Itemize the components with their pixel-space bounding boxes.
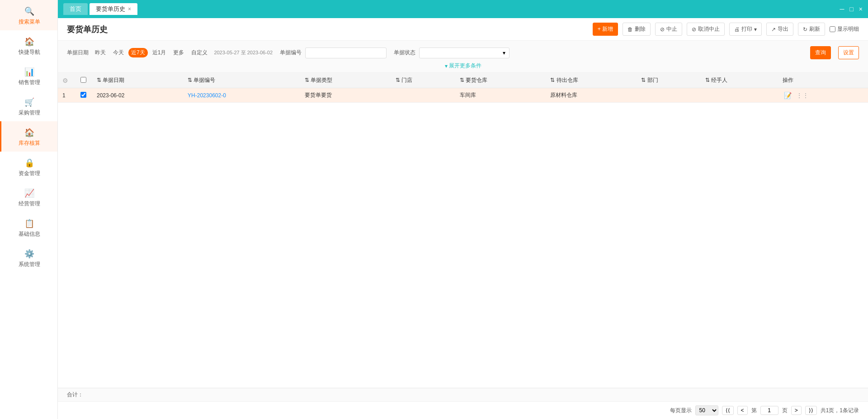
display-detail-toggle[interactable]: 显示明细: [830, 25, 859, 33]
purchase-icon: 🛒: [24, 97, 34, 107]
toolbar: + 新增 🗑 删除 ⊘ 中止 ⊘ 取消中止 🖨 打印 ▾: [593, 23, 859, 36]
tab-home[interactable]: 首页: [63, 3, 88, 15]
refresh-button[interactable]: ↻ 刷新: [798, 23, 825, 36]
row-checkbox[interactable]: [76, 88, 92, 103]
sidebar-item-label: 库存核算: [19, 139, 40, 147]
col-store: ⇅ 门店: [391, 73, 455, 88]
print-dropdown-icon: ▾: [754, 26, 757, 33]
date-btn-1month[interactable]: 近1月: [150, 48, 169, 57]
delete-button[interactable]: 🗑 删除: [623, 23, 651, 36]
sales-icon: 📊: [24, 67, 34, 77]
sidebar-item-quick-nav[interactable]: 🏠 快捷导航: [0, 30, 57, 61]
status-label: 单据状态: [394, 49, 415, 57]
sidebar-item-sales[interactable]: 📊 销售管理: [0, 61, 57, 91]
tab-active[interactable]: 要货单历史 ×: [90, 3, 137, 15]
cancel-suspend-icon: ⊘: [692, 26, 696, 33]
col-pending-warehouse-label: ⇅ 待出仓库: [550, 77, 578, 83]
expand-more-icon: ▾: [445, 63, 448, 69]
page-size-label: 每页显示: [670, 407, 692, 414]
sidebar-item-label: 搜索菜单: [19, 18, 40, 26]
next-page-button[interactable]: >: [791, 406, 802, 415]
status-select[interactable]: ▾: [419, 48, 509, 58]
cancel-suspend-button[interactable]: ⊘ 取消中止: [687, 23, 725, 36]
date-btn-custom[interactable]: 自定义: [189, 48, 210, 57]
sidebar-item-operation[interactable]: 📈 经营管理: [0, 182, 57, 212]
col-bill-type-label: ⇅ 单据类型: [305, 77, 332, 83]
col-department: ⇅ 部门: [637, 73, 701, 88]
sidebar-item-system[interactable]: ⚙️ 系统管理: [0, 243, 57, 273]
date-btn-more[interactable]: 更多: [170, 48, 187, 57]
tab-home-label: 首页: [70, 5, 81, 13]
bill-no-input[interactable]: [305, 48, 387, 58]
inventory-icon: 🏠: [24, 128, 34, 138]
pagination: 每页显示 50 100 200 ⟨⟨ < 第 页 > ⟩⟩ 共1页，1条记录: [58, 401, 868, 419]
sidebar-item-finance[interactable]: 🔒 资金管理: [0, 152, 57, 182]
print-button[interactable]: 🖨 打印 ▾: [729, 23, 762, 36]
sidebar-item-inventory[interactable]: 🏠 库存核算: [0, 121, 57, 152]
date-range-display: 2023-05-27 至 2023-06-02: [214, 49, 273, 56]
finance-icon: 🔒: [24, 158, 34, 168]
row-actions: 📝 ⋮⋮: [778, 88, 868, 103]
page-header: 要货单历史 + 新增 🗑 删除 ⊘ 中止 ⊘ 取消中止 🖨 打印: [58, 18, 868, 41]
col-req-warehouse-label: ⇅ 要货仓库: [460, 77, 487, 83]
date-filter: 单据日期 昨天 今天 近7天 近1月 更多 自定义 2023-05-27 至 2…: [67, 48, 273, 57]
suspend-button[interactable]: ⊘ 中止: [655, 23, 682, 36]
expand-more-button[interactable]: ▾ 展开更多条件: [445, 62, 481, 70]
first-page-button[interactable]: ⟨⟨: [722, 406, 734, 415]
row-more-icon[interactable]: ⋮⋮: [796, 92, 809, 99]
expand-row: ▾ 展开更多条件: [67, 62, 859, 70]
table-header-row: ⚙ ⇅ 单据日期 ⇅ 单据编号 ⇅ 单据类型: [58, 73, 868, 88]
close-button[interactable]: ×: [859, 5, 863, 13]
col-date: ⇅ 单据日期: [92, 73, 183, 88]
operation-icon: 📈: [24, 188, 34, 198]
sidebar-item-label: 采购管理: [19, 109, 40, 117]
sidebar-item-basic-info[interactable]: 📋 基础信息: [0, 212, 57, 243]
table-settings-icon[interactable]: ⚙: [62, 77, 68, 84]
page-size-select[interactable]: 50 100 200: [695, 405, 718, 415]
export-button[interactable]: ↗ 导出: [766, 23, 793, 36]
last-page-button[interactable]: ⟩⟩: [805, 406, 817, 415]
print-icon: 🖨: [734, 26, 740, 33]
query-button[interactable]: 查询: [810, 46, 831, 59]
col-settings: ⚙: [58, 73, 76, 88]
row-date: 2023-06-02: [92, 88, 183, 103]
col-department-label: ⇅ 部门: [641, 77, 658, 83]
bill-no-link[interactable]: YH-20230602-0: [188, 92, 226, 99]
col-pending-warehouse: ⇅ 待出仓库: [546, 73, 637, 88]
tab-close-icon[interactable]: ×: [128, 6, 131, 12]
status-select-arrow: ▾: [503, 50, 505, 56]
summary-label: 合计：: [67, 391, 83, 398]
system-icon: ⚙️: [24, 249, 34, 259]
page-suffix: 页: [782, 407, 788, 414]
maximize-button[interactable]: □: [849, 5, 853, 13]
select-all-checkbox[interactable]: [80, 77, 86, 83]
row-handler: [701, 88, 778, 103]
col-action-label: 操作: [783, 77, 793, 83]
col-bill-type: ⇅ 单据类型: [300, 73, 391, 88]
sidebar-item-label: 系统管理: [19, 261, 40, 268]
row-req-warehouse: 车间库: [455, 88, 546, 103]
sidebar-item-search-menu[interactable]: 🔍 搜索菜单: [0, 0, 57, 30]
date-btn-7days[interactable]: 近7天: [128, 48, 148, 57]
page-label: 第: [751, 407, 757, 414]
suspend-icon: ⊘: [660, 26, 665, 33]
col-date-label: ⇅ 单据日期: [97, 77, 124, 83]
col-bill-no-label: ⇅ 单据编号: [188, 77, 215, 83]
new-button[interactable]: + 新增: [593, 23, 618, 36]
row-pending-warehouse: 原材料仓库: [546, 88, 637, 103]
col-handler: ⇅ 经手人: [701, 73, 778, 88]
settings-button[interactable]: 设置: [838, 46, 859, 59]
date-btn-today[interactable]: 今天: [110, 48, 127, 57]
date-btn-yesterday[interactable]: 昨天: [92, 48, 108, 57]
display-detail-checkbox[interactable]: [830, 26, 835, 32]
prev-page-button[interactable]: <: [737, 406, 748, 415]
status-filter: 单据状态 ▾: [394, 48, 509, 58]
sidebar-item-label: 经营管理: [19, 200, 40, 208]
page-number-input[interactable]: [760, 406, 778, 415]
filter-row-1: 单据日期 昨天 今天 近7天 近1月 更多 自定义 2023-05-27 至 2…: [67, 46, 859, 59]
filter-area: 单据日期 昨天 今天 近7天 近1月 更多 自定义 2023-05-27 至 2…: [58, 41, 868, 73]
minimize-button[interactable]: ─: [840, 5, 844, 13]
row-edit-icon[interactable]: 📝: [784, 92, 792, 99]
sidebar-item-purchase[interactable]: 🛒 采购管理: [0, 91, 57, 121]
tab-active-label: 要货单历史: [96, 5, 125, 13]
